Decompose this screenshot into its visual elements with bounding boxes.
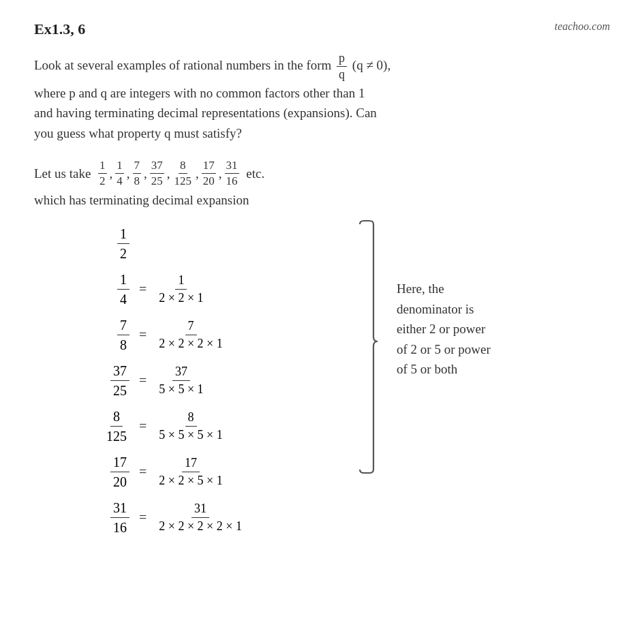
page: Ex1.3, 6 teachoo.com Look at several exa… — [0, 0, 644, 644]
comma-4: , — [167, 166, 170, 181]
frac-1-2: 12 — [98, 158, 107, 189]
frac-17-20: 1720 — [202, 158, 216, 189]
comma-6: , — [219, 166, 222, 181]
frac-big-31-16: 3116 — [110, 498, 129, 537]
frac-big-1-2: 12 — [117, 224, 129, 263]
fraction-numerator: p — [337, 50, 347, 67]
problem-line2: where p and q are integers with no commo… — [34, 86, 365, 100]
brace-column — [354, 217, 382, 476]
table-row: 78 = 72 × 2 × 2 × 1 — [75, 316, 348, 354]
let-us-take-suffix: etc. — [246, 166, 264, 181]
problem-line1-end: (q ≠ 0), — [352, 58, 390, 72]
table-row: 1720 = 172 × 2 × 5 × 1 — [75, 453, 348, 491]
comma-2: , — [127, 166, 130, 181]
side-note: Here, the denominator is either 2 or pow… — [397, 279, 491, 379]
let-us-take-prefix: Let us take — [34, 166, 91, 181]
terminating-text: which has terminating decimal expansion — [34, 193, 610, 208]
fraction-p-over-q: p q — [337, 50, 347, 83]
frac-big-37-25: 3725 — [110, 361, 129, 400]
frac-37-25: 3725 — [150, 158, 164, 189]
equals-6: = — [139, 464, 147, 480]
comma-1: , — [110, 166, 113, 181]
side-note-line4: of 2 or 5 or power — [397, 342, 491, 356]
frac-big-8-125: 8125 — [104, 407, 129, 446]
frac-right-7: 312 × 2 × 2 × 2 × 1 — [156, 500, 245, 535]
equals-4: = — [139, 373, 147, 388]
side-note-line1: Here, the — [397, 281, 444, 296]
curly-brace-icon — [354, 217, 382, 476]
let-us-take: Let us take 12 , 14 , 78 , 3725 , 8125 ,… — [34, 158, 610, 189]
problem-line4: you guess what property q must satisfy? — [34, 126, 242, 140]
problem-statement: Look at several examples of rational num… — [34, 50, 610, 143]
equals-3: = — [139, 327, 147, 343]
side-note-line2: denominator is — [397, 302, 474, 316]
frac-right-3: 72 × 2 × 2 × 1 — [156, 318, 225, 352]
frac-7-8: 78 — [133, 158, 142, 189]
brand-label: teachoo.com — [555, 20, 610, 33]
frac-right-4: 375 × 5 × 1 — [156, 363, 206, 398]
frac-big-1-4: 14 — [117, 270, 129, 309]
frac-31-16: 3116 — [225, 158, 239, 189]
side-note-line3: either 2 or power — [397, 322, 485, 336]
frac-right-empty: 12 — [156, 226, 168, 261]
problem-line1-start: Look at several examples of rational num… — [34, 58, 331, 72]
equals-2: = — [139, 281, 147, 297]
table-row: 3725 = 375 × 5 × 1 — [75, 361, 348, 400]
frac-big-7-8: 78 — [117, 316, 129, 354]
fraction-denominator: q — [337, 67, 347, 82]
frac-big-17-20: 1720 — [110, 453, 129, 491]
header: Ex1.3, 6 teachoo.com — [34, 20, 610, 38]
frac-right-2: 12 × 2 × 1 — [156, 272, 206, 307]
frac-left-1: 12 — [75, 224, 129, 263]
comma-5: , — [196, 166, 199, 181]
main-content: 12 = 12 14 = 12 × 2 × 1 — [34, 224, 610, 544]
table-row: 3116 = 312 × 2 × 2 × 2 × 1 — [75, 498, 348, 537]
frac-left-3: 78 — [75, 316, 129, 354]
frac-1-4: 14 — [115, 158, 124, 189]
comma-3: , — [144, 166, 147, 181]
table-row: 14 = 12 × 2 × 1 — [75, 270, 348, 309]
frac-left-7: 3116 — [75, 498, 129, 537]
frac-left-4: 3725 — [75, 361, 129, 400]
fractions-table: 12 = 12 14 = 12 × 2 × 1 — [75, 224, 348, 544]
side-note-line5: of 5 or both — [397, 362, 457, 376]
frac-right-6: 172 × 2 × 5 × 1 — [156, 455, 225, 489]
equals-5: = — [139, 418, 147, 434]
frac-8-125: 8125 — [173, 158, 194, 189]
frac-left-5: 8125 — [75, 407, 129, 446]
exercise-title: Ex1.3, 6 — [34, 20, 85, 38]
frac-left-6: 1720 — [75, 453, 129, 491]
frac-left-2: 14 — [75, 270, 129, 309]
equals-7: = — [139, 510, 147, 525]
table-row: 8125 = 85 × 5 × 5 × 1 — [75, 407, 348, 446]
table-row: 12 = 12 — [75, 224, 348, 263]
frac-right-5: 85 × 5 × 5 × 1 — [156, 409, 225, 444]
problem-line3: and having terminating decimal represent… — [34, 106, 377, 120]
